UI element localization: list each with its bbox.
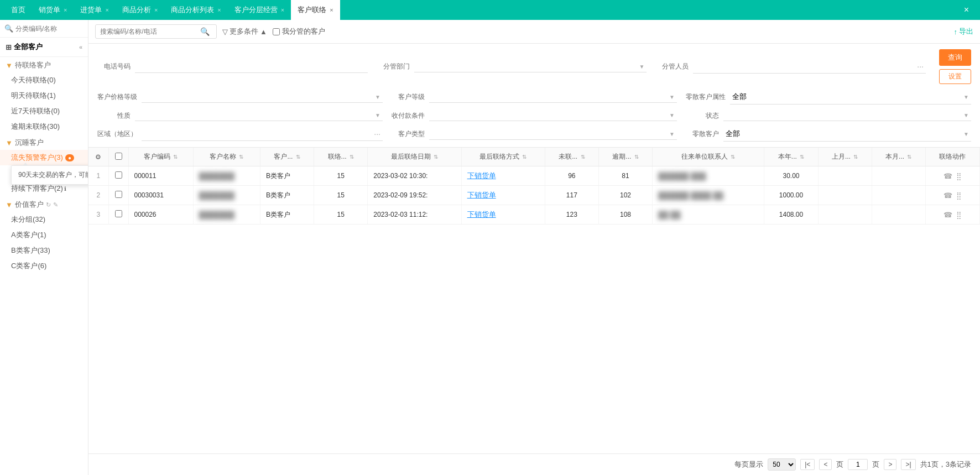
close-product-list-tab[interactable]: × — [217, 7, 221, 13]
sidebar-item-tomorrow[interactable]: 明天待联络(1) — [0, 88, 88, 103]
row-action-more-icon-3[interactable]: ⣿ — [956, 211, 962, 219]
filter-payment-select[interactable]: ▼ — [429, 110, 677, 121]
filter-person-select[interactable]: ··· — [693, 60, 926, 74]
search-button[interactable]: 🔍 — [198, 27, 212, 36]
export-button[interactable]: ↑ 导出 — [954, 27, 974, 36]
nav-customer-layer[interactable]: 客户分层经营 × — [228, 0, 291, 20]
close-customer-contact-tab[interactable]: × — [330, 7, 333, 13]
col-uncontacted[interactable]: 未联... ⇅ — [545, 148, 598, 166]
sidebar-group-value[interactable]: ▼ 价值客户 ↻ ✎ — [0, 196, 88, 212]
sidebar-item-ungrouped[interactable]: 未分组(32) — [0, 212, 88, 227]
filter-ctype-select[interactable]: ▼ — [429, 129, 677, 140]
last-page-button[interactable]: >| — [901, 459, 915, 470]
row-3-checkbox[interactable] — [115, 210, 122, 217]
row-last-date-3: 2023-02-03 11:12: — [368, 205, 461, 225]
row-last-method-3-link[interactable]: 下销货单 — [467, 210, 496, 218]
filter-customer-level-select[interactable]: ▼ — [429, 92, 677, 103]
more-conditions-toggle[interactable]: ▽ 更多条件 ▲ — [222, 27, 267, 36]
row-action-phone-icon-2[interactable]: ☎ — [943, 191, 952, 200]
sidebar-item-churn-warning[interactable]: 流失预警客户(3) ● — [0, 150, 88, 165]
row-action-phone-icon-3[interactable]: ☎ — [943, 211, 952, 219]
value-refresh-icon[interactable]: ↻ — [46, 201, 51, 208]
nav-sales[interactable]: 销货单 × — [32, 0, 74, 20]
filter-retail-select[interactable]: 全部 ▼ — [723, 127, 971, 142]
col-last-method[interactable]: 最后联络方式 ⇅ — [461, 148, 545, 166]
person-more-icon[interactable]: ··· — [917, 62, 924, 71]
col-contact-person[interactable]: 往来单位联系人 ⇅ — [653, 148, 764, 166]
nav-purchase[interactable]: 进货单 × — [74, 0, 115, 20]
row-uncontacted-1: 96 — [545, 166, 598, 186]
search-wrap: 🔍 — [95, 24, 217, 39]
row-2-checkbox[interactable] — [115, 191, 122, 198]
sidebar-item-overdue[interactable]: 逾期未联络(30) — [0, 119, 88, 134]
window-close-button[interactable]: × — [957, 5, 976, 15]
churn-warning-badge: ● — [65, 154, 74, 161]
nav-product-list[interactable]: 商品分析列表 × — [164, 0, 227, 20]
declining-info-icon: ℹ — [64, 186, 66, 192]
sidebar-item-today[interactable]: 今天待联络(0) — [0, 72, 88, 88]
col-overdue[interactable]: 逾期... ⇅ — [598, 148, 652, 166]
row-action-more-icon[interactable]: ⣿ — [956, 172, 962, 180]
nav-product-analysis[interactable]: 商品分析 × — [116, 0, 164, 20]
sidebar-item-a-class[interactable]: A类客户(1) — [0, 227, 88, 243]
row-action-2: ☎ ⣿ — [925, 186, 979, 205]
nav-customer-contact[interactable]: 客户联络 × — [291, 0, 340, 20]
my-customers-checkbox[interactable]: 我分管的客户 — [273, 27, 325, 36]
col-contact[interactable]: 联络... ⇅ — [314, 148, 368, 166]
col-code[interactable]: 客户编码 ⇅ — [128, 148, 193, 166]
sidebar-group-dormant[interactable]: ▼ 沉睡客户 — [0, 134, 88, 150]
filter-dept-select[interactable]: ▼ — [414, 61, 647, 72]
filter-payment: 收付款条件 ▼ — [392, 110, 677, 121]
per-page-select[interactable]: 50 20 100 — [768, 458, 796, 471]
close-customer-layer-tab[interactable]: × — [281, 7, 284, 13]
filter-dept: 分管部门 ▼ — [377, 61, 647, 72]
col-this-year[interactable]: 本年... ⇅ — [764, 148, 818, 166]
page-input[interactable] — [848, 459, 868, 470]
filter-nature-select[interactable]: ▼ — [135, 110, 383, 121]
sidebar-group-pending[interactable]: ▼ 待联络客户 — [0, 57, 88, 72]
filter-price-level-select[interactable]: ▼ — [142, 92, 383, 103]
sidebar-item-b-class[interactable]: B类客户(33) — [0, 243, 88, 258]
prev-page-button[interactable]: < — [819, 459, 832, 470]
per-page-label: 每页显示 — [734, 460, 763, 469]
filter-customer-level-label: 客户等级 — [392, 92, 425, 102]
close-product-analysis-tab[interactable]: × — [154, 7, 158, 13]
sidebar-search-input[interactable] — [15, 25, 84, 33]
row-last-method-1-link[interactable]: 下销货单 — [467, 171, 496, 180]
filter-region-select[interactable]: ··· — [142, 127, 383, 141]
select-all-checkbox[interactable] — [115, 153, 122, 160]
row-action-phone-icon[interactable]: ☎ — [943, 172, 952, 180]
col-last-date[interactable]: 最后联络日期 ⇅ — [368, 148, 461, 166]
sidebar-all-customers[interactable]: ⊞ 全部客户 « — [0, 38, 88, 57]
filter-phone-input[interactable] — [135, 60, 368, 73]
settings-button[interactable]: 设置 — [939, 69, 971, 84]
sidebar-item-7days[interactable]: 近7天待联络(0) — [0, 103, 88, 119]
col-settings[interactable]: ⚙ — [88, 148, 108, 166]
filter-retail-attr-select[interactable]: 全部 ▼ — [730, 90, 971, 105]
next-page-button[interactable]: > — [884, 459, 896, 470]
dept-chevron-icon: ▼ — [639, 64, 644, 70]
filter-status-select[interactable]: ▼ — [723, 110, 971, 121]
query-button[interactable]: 查询 — [939, 49, 971, 66]
region-more-icon[interactable]: ··· — [374, 129, 380, 138]
col-this-month[interactable]: 本月... ⇅ — [872, 148, 925, 166]
search-input[interactable] — [100, 28, 198, 35]
col-name[interactable]: 客户名称 ⇅ — [193, 148, 260, 166]
value-edit-icon[interactable]: ✎ — [53, 201, 58, 208]
sort-lastmonth-icon: ⇅ — [853, 154, 858, 160]
first-page-button[interactable]: |< — [800, 459, 815, 470]
my-customers-check[interactable] — [273, 28, 280, 35]
close-purchase-tab[interactable]: × — [105, 7, 108, 13]
nav-home[interactable]: 首页 — [4, 0, 32, 20]
sort-name-icon: ⇅ — [239, 154, 243, 160]
row-type-2: B类客户 — [260, 186, 314, 205]
sidebar-item-c-class[interactable]: C类客户(6) — [0, 258, 88, 274]
row-1-checkbox[interactable] — [115, 171, 122, 179]
filter-status-label: 状态 — [686, 111, 719, 121]
row-action-more-icon-2[interactable]: ⣿ — [956, 191, 962, 200]
col-type[interactable]: 客户... ⇅ — [260, 148, 314, 166]
close-sales-tab[interactable]: × — [64, 7, 67, 13]
col-last-month[interactable]: 上月... ⇅ — [818, 148, 872, 166]
sort-person-icon: ⇅ — [731, 154, 735, 160]
row-last-method-2-link[interactable]: 下销货单 — [467, 191, 496, 199]
